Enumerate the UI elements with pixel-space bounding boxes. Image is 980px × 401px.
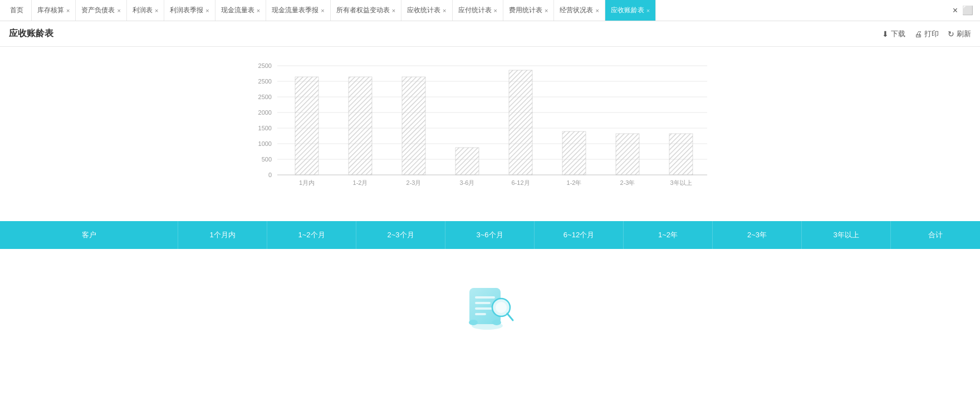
svg-text:2-3月: 2-3月 xyxy=(406,179,422,186)
svg-text:1000: 1000 xyxy=(258,140,272,147)
col-1month: 1个月内 xyxy=(178,221,267,249)
svg-rect-19 xyxy=(402,77,425,175)
window-controls: × ⬜ xyxy=(953,5,978,16)
col-3-6month: 3~6个月 xyxy=(445,221,535,249)
tab-home[interactable]: 首页 xyxy=(2,0,32,21)
svg-text:1-2年: 1-2年 xyxy=(567,179,582,186)
svg-point-42 xyxy=(496,302,507,313)
svg-line-43 xyxy=(507,314,513,320)
close-balance-sheet-icon[interactable]: × xyxy=(117,7,120,14)
svg-rect-22 xyxy=(562,131,586,175)
download-button[interactable]: ⬇ 下载 xyxy=(882,29,905,39)
svg-text:2-3年: 2-3年 xyxy=(620,179,635,186)
close-equity-icon[interactable]: × xyxy=(392,7,395,14)
svg-text:1500: 1500 xyxy=(258,125,272,131)
col-2-3month: 2~3个月 xyxy=(356,221,445,249)
close-ap-stat-icon[interactable]: × xyxy=(494,7,497,14)
print-button[interactable]: 🖨 打印 xyxy=(914,29,939,39)
close-expense-stat-icon[interactable]: × xyxy=(545,7,548,14)
header-actions: ⬇ 下载 🖨 打印 ↻ 刷新 xyxy=(882,29,971,39)
close-inventory-icon[interactable]: × xyxy=(66,7,70,14)
svg-point-44 xyxy=(469,320,478,325)
main-content: 2500 2500 2500 2000 1500 1000 500 0 xyxy=(0,47,980,401)
tab-expense-stat[interactable]: 费用统计表 × xyxy=(503,0,554,21)
window-maximize-button[interactable]: ⬜ xyxy=(962,5,973,16)
close-business-stat-icon[interactable]: × xyxy=(595,7,599,14)
col-6-12month: 6~12个月 xyxy=(535,221,624,249)
svg-text:1月内: 1月内 xyxy=(299,179,315,186)
svg-text:3年以上: 3年以上 xyxy=(670,179,692,186)
table-header: 客户 1个月内 1~2个月 2~3个月 3~6个月 6~12个月 1~2年 2~… xyxy=(0,221,980,249)
svg-rect-37 xyxy=(475,296,495,299)
tab-balance-sheet[interactable]: 资产负债表 × xyxy=(76,0,126,21)
bar-chart: 2500 2500 2500 2000 1500 1000 500 0 xyxy=(11,58,969,214)
svg-rect-21 xyxy=(509,70,532,175)
close-profit-quarter-icon[interactable]: × xyxy=(205,7,209,14)
download-icon: ⬇ xyxy=(882,30,889,38)
svg-text:2000: 2000 xyxy=(258,109,272,116)
svg-text:3-6月: 3-6月 xyxy=(460,179,475,186)
tab-equity[interactable]: 所有者权益变动表 × xyxy=(331,0,401,21)
close-cashflow-quarter-icon[interactable]: × xyxy=(321,7,324,14)
close-ar-stat-icon[interactable]: × xyxy=(443,7,446,14)
close-profit-icon[interactable]: × xyxy=(155,7,158,14)
tab-business-stat[interactable]: 经营状况表 × xyxy=(554,0,605,21)
svg-rect-18 xyxy=(349,77,372,175)
close-cashflow-icon[interactable]: × xyxy=(257,7,260,14)
col-customer: 客户 xyxy=(0,221,178,249)
svg-rect-17 xyxy=(295,77,318,175)
tab-cashflow[interactable]: 现金流量表 × xyxy=(215,0,266,21)
svg-rect-39 xyxy=(475,307,493,310)
col-3year-plus: 3年以上 xyxy=(802,221,891,249)
col-total: 合计 xyxy=(891,221,980,249)
svg-rect-38 xyxy=(475,302,491,304)
page-header: 应收账龄表 ⬇ 下载 🖨 打印 ↻ 刷新 xyxy=(0,21,980,47)
tab-ar-stat[interactable]: 应收统计表 × xyxy=(401,0,452,21)
svg-rect-20 xyxy=(455,148,479,175)
svg-text:2500: 2500 xyxy=(258,62,272,69)
svg-rect-24 xyxy=(669,134,693,175)
col-2-3year: 2~3年 xyxy=(713,221,802,249)
window-close-button[interactable]: × xyxy=(953,6,958,16)
tab-profit[interactable]: 利润表 × xyxy=(127,0,164,21)
svg-text:6-12月: 6-12月 xyxy=(511,179,530,186)
refresh-button[interactable]: ↻ 刷新 xyxy=(948,29,971,39)
svg-text:0: 0 xyxy=(268,172,272,178)
tab-ap-stat[interactable]: 应付统计表 × xyxy=(453,0,503,21)
svg-text:1-2月: 1-2月 xyxy=(353,179,368,186)
tab-bar: 首页 库存核算 × 资产负债表 × 利润表 × 利润表季报 × 现金流量表 × … xyxy=(0,0,980,21)
print-icon: 🖨 xyxy=(914,30,922,38)
svg-point-45 xyxy=(492,320,501,325)
chart-area: 2500 2500 2500 2000 1500 1000 500 0 xyxy=(0,47,980,221)
svg-rect-23 xyxy=(616,134,639,175)
svg-text:500: 500 xyxy=(262,156,272,163)
close-ar-aging-icon[interactable]: × xyxy=(646,7,650,14)
col-1-2month: 1~2个月 xyxy=(267,221,356,249)
empty-state xyxy=(0,249,980,355)
tab-ar-aging[interactable]: 应收账龄表 × xyxy=(605,0,656,21)
tab-cashflow-quarter[interactable]: 现金流量表季报 × xyxy=(266,0,330,21)
empty-icon xyxy=(459,277,521,332)
col-1-2year: 1~2年 xyxy=(624,221,713,249)
svg-text:2500: 2500 xyxy=(258,94,272,100)
tab-profit-quarter[interactable]: 利润表季报 × xyxy=(164,0,215,21)
svg-text:2500: 2500 xyxy=(258,78,272,85)
page-title: 应收账龄表 xyxy=(9,28,53,40)
svg-rect-40 xyxy=(475,313,486,315)
refresh-icon: ↻ xyxy=(948,30,954,38)
tab-inventory[interactable]: 库存核算 × xyxy=(32,0,76,21)
